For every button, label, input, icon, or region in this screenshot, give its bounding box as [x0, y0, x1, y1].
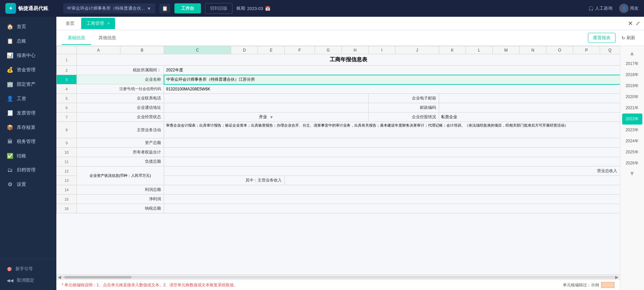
support-button[interactable]: 🎧 人工咨询	[588, 5, 612, 11]
holding-label-cell[interactable]: 企业控股情况	[369, 113, 439, 122]
col-header-P[interactable]: P	[573, 46, 600, 54]
email-label-cell[interactable]: 企业电子邮箱	[369, 94, 439, 103]
window-close-button[interactable]: ✕	[628, 20, 633, 27]
title-cell[interactable]: 工商年报信息表	[77, 54, 620, 66]
unpin-button[interactable]: ◀◀ 取消固定	[7, 275, 50, 286]
window-expand-button[interactable]: ⤢	[636, 20, 640, 27]
col-header-O[interactable]: O	[546, 46, 573, 54]
reg-value-cell[interactable]: 91320100MA208E5W6K	[164, 84, 620, 94]
scroll-left-icon[interactable]: ◀	[58, 275, 61, 280]
revenue-label-cell[interactable]: 营业总收入	[164, 166, 620, 176]
reg-label-cell[interactable]: 注册号/统一社会信用代码	[77, 84, 164, 94]
tax-total-value-cell[interactable]	[164, 204, 620, 213]
company-selector[interactable]: 中审众环会计师事务所（特殊普通合伙... ▼	[63, 3, 155, 13]
col-header-B[interactable]: B	[120, 46, 164, 54]
biz-status-label-cell[interactable]: 企业经营状态	[77, 113, 164, 122]
sidebar-item-archive[interactable]: 🗂 归档管理	[0, 163, 56, 177]
col-header-L[interactable]: L	[466, 46, 493, 54]
year-2022[interactable]: 2022年	[622, 114, 642, 125]
col-header-E[interactable]: E	[258, 46, 285, 54]
sidebar-item-home[interactable]: 🏠 首页	[0, 19, 56, 34]
col-header-I[interactable]: I	[369, 46, 395, 54]
new-guide-button[interactable]: 🎯 新手引导	[7, 263, 50, 275]
sidebar-item-salary[interactable]: 👤 工资	[0, 91, 56, 106]
phone-label-cell[interactable]: 企业联系电话	[77, 94, 164, 103]
col-header-A[interactable]: A	[77, 46, 120, 54]
scrollbar-thumb[interactable]	[64, 276, 131, 279]
sidebar-item-close[interactable]: ✅ 结账	[0, 149, 56, 163]
sidebar-item-reports[interactable]: 📊 报表中心	[0, 48, 56, 63]
tab-home[interactable]: 首页	[60, 18, 80, 29]
company-name-value-cell[interactable]: 中审众环会计师事务所（特殊普通合伙）江苏分所	[164, 75, 620, 84]
col-header-N[interactable]: N	[520, 46, 546, 54]
sub-tab-other[interactable]: 其他信息	[93, 31, 122, 45]
year-scroll-down-icon[interactable]: ▼	[628, 169, 637, 178]
sidebar-item-assets[interactable]: 🏢 固定资产	[0, 77, 56, 91]
tab-close-icon[interactable]: ×	[107, 21, 110, 26]
col-header-H[interactable]: H	[342, 46, 369, 54]
biz-status-value-cell[interactable]: 开业 ▼	[164, 113, 369, 122]
col-header-C[interactable]: C	[164, 46, 231, 54]
postcode-value-cell[interactable]	[439, 103, 620, 113]
profit-value-cell[interactable]	[164, 185, 620, 195]
h-scrollbar[interactable]: ◀ ▶	[56, 274, 620, 280]
period-value-cell[interactable]: 2022年度	[164, 66, 620, 75]
year-2018[interactable]: 2018年	[622, 69, 642, 80]
reset-report-button[interactable]: 重置报表	[588, 33, 615, 43]
company-name-label-cell[interactable]: 企业名称	[77, 75, 164, 84]
year-2026[interactable]: 2026年	[622, 158, 642, 169]
main-biz-label-cell[interactable]: 主营业务活动	[77, 122, 164, 138]
equity-value-cell[interactable]	[164, 148, 620, 157]
phone-value-cell[interactable]	[164, 94, 369, 103]
col-header-F[interactable]: F	[285, 46, 315, 54]
col-header-D[interactable]: D	[231, 46, 258, 54]
sidebar-item-invoice[interactable]: 🧾 发票管理	[0, 106, 56, 120]
year-scroll-up-icon[interactable]: ▲	[628, 49, 637, 58]
period-label-cell[interactable]: 税款所属期间：	[77, 66, 164, 75]
workbench-button[interactable]: 工作台	[174, 3, 201, 13]
sidebar-item-funds[interactable]: 💰 资金管理	[0, 63, 56, 77]
main-revenue-value-cell[interactable]	[285, 176, 620, 185]
main-revenue-label-cell[interactable]: 其中：主营业务收入	[164, 176, 285, 185]
year-2023[interactable]: 2023年	[622, 125, 642, 136]
sidebar-item-inventory[interactable]: 📦 库存核算	[0, 120, 56, 135]
sub-tab-basic[interactable]: 基础信息	[62, 31, 91, 45]
assets-total-value-cell[interactable]	[164, 138, 620, 148]
year-2025[interactable]: 2025年	[622, 147, 642, 158]
net-profit-value-cell[interactable]	[164, 195, 620, 204]
scrollbar-track[interactable]	[61, 276, 615, 279]
tax-total-label-cell[interactable]: 纳税总额	[77, 204, 164, 213]
equity-label-cell[interactable]: 所有者权益合计	[77, 148, 164, 157]
main-biz-value-cell[interactable]: 审查企业会计报表；出具审计报告；验证企业资本；出具验资报告；办理企业合开、分立、…	[164, 122, 620, 138]
year-2020[interactable]: 2020年	[622, 91, 642, 102]
year-2021[interactable]: 2021年	[622, 102, 642, 114]
sheet-scroll[interactable]: A B C D E F G H I J	[56, 46, 620, 274]
year-2017[interactable]: 2017年	[622, 58, 642, 69]
liabilities-value-cell[interactable]	[164, 157, 620, 166]
holding-value-cell[interactable]: 私营企业	[439, 113, 620, 122]
user-menu[interactable]: 👤 用友	[619, 4, 639, 13]
postcode-label-cell[interactable]: 邮政编码	[369, 103, 439, 113]
address-value-cell[interactable]	[164, 103, 369, 113]
assets-total-label-cell[interactable]: 资产总额	[77, 138, 164, 148]
col-header-J[interactable]: J	[395, 46, 439, 54]
col-header-M[interactable]: M	[493, 46, 520, 54]
sidebar-item-tax[interactable]: 🏛 税务管理	[0, 135, 56, 149]
copy-button[interactable]: 📋	[159, 4, 170, 13]
scroll-right-icon[interactable]: ▶	[615, 275, 619, 280]
liabilities-label-cell[interactable]: 负债总额	[77, 157, 164, 166]
tab-business[interactable]: 工商管理 ×	[81, 18, 115, 29]
year-2024[interactable]: 2024年	[622, 136, 642, 147]
calendar-icon[interactable]: 📅	[265, 6, 270, 11]
email-value-cell[interactable]	[439, 94, 620, 103]
col-header-Q[interactable]: Q	[600, 46, 620, 54]
address-label-cell[interactable]: 企业通信地址	[77, 103, 164, 113]
col-header-G[interactable]: G	[315, 46, 342, 54]
old-version-button[interactable]: 切到旧版	[205, 3, 232, 14]
year-2019[interactable]: 2019年	[622, 80, 642, 91]
sidebar-item-ledger[interactable]: 📋 总账	[0, 34, 56, 48]
profit-label-cell[interactable]: 利润总额	[77, 185, 164, 195]
sidebar-item-settings[interactable]: ⚙ 设置	[0, 177, 56, 192]
col-header-K[interactable]: K	[439, 46, 466, 54]
refresh-button[interactable]: ↻ 刷新	[618, 33, 639, 43]
